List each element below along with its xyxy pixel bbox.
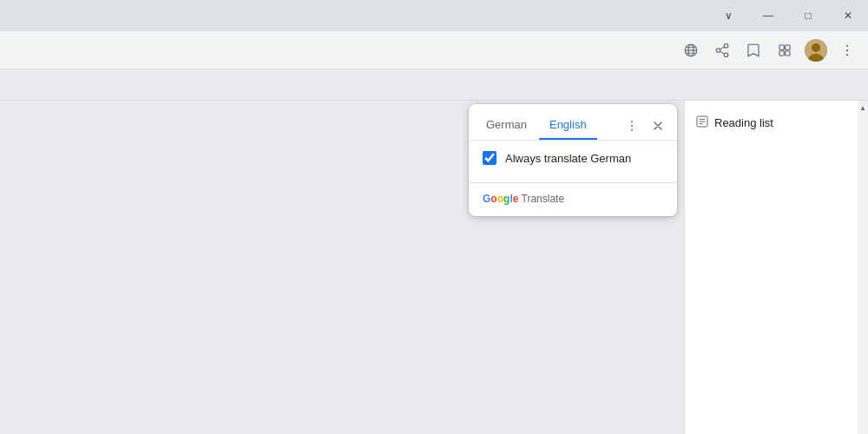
google-translate-link[interactable]: Google Translate: [483, 193, 564, 205]
svg-point-14: [846, 54, 848, 56]
close-icon: [651, 119, 665, 133]
close-icon: ✕: [844, 10, 852, 22]
always-translate-checkbox[interactable]: [483, 151, 496, 165]
maximize-icon: □: [805, 10, 811, 22]
scrollbar-up-button[interactable]: ▲: [858, 101, 868, 115]
always-translate-row: Always translate German: [483, 151, 663, 165]
translate-icon: [683, 43, 699, 58]
translate-more-button[interactable]: [620, 114, 644, 138]
titlebar: ∨ — □ ✕: [0, 0, 868, 31]
extensions-button[interactable]: [771, 36, 799, 64]
svg-rect-6: [786, 45, 790, 49]
svg-point-10: [812, 43, 820, 52]
svg-rect-7: [779, 50, 784, 55]
browser-toolbar: [0, 31, 868, 69]
titlebar-controls: ∨ — □ ✕: [708, 0, 868, 31]
more-vert-icon: [625, 119, 639, 133]
google-o2: o: [497, 193, 503, 205]
reading-list-panel: Reading list: [684, 101, 858, 434]
google-translate-text: Translate: [518, 193, 564, 205]
share-button[interactable]: [708, 36, 736, 64]
svg-point-12: [846, 44, 848, 46]
bookmark-icon: [746, 43, 761, 58]
reading-list-icon: [695, 115, 709, 131]
titlebar-chevron-btn[interactable]: ∨: [708, 0, 748, 31]
avatar: [805, 39, 827, 62]
german-tab[interactable]: German: [476, 111, 537, 140]
main-content: German English Always translate Ge: [0, 101, 868, 434]
svg-rect-5: [779, 45, 784, 49]
scrollbar-track: ▲: [858, 101, 868, 434]
nav-area: [0, 69, 868, 101]
svg-point-16: [631, 125, 633, 127]
svg-point-13: [846, 49, 848, 50]
reading-list-header: Reading list: [695, 108, 847, 138]
svg-rect-8: [786, 50, 790, 55]
translate-body: Always translate German: [469, 141, 677, 182]
svg-point-17: [631, 128, 633, 130]
translate-header: German English: [469, 104, 677, 140]
share-icon: [714, 43, 730, 58]
titlebar-maximize-btn[interactable]: □: [788, 0, 828, 31]
google-o1: o: [490, 193, 496, 205]
more-vert-icon: [839, 43, 855, 58]
extensions-icon: [777, 43, 792, 58]
reading-list-title: Reading list: [714, 116, 773, 129]
translate-page-button[interactable]: [677, 36, 705, 64]
minimize-icon: —: [763, 10, 773, 22]
translate-popup: German English Always translate Ge: [469, 104, 677, 216]
translate-footer: Google Translate: [469, 182, 677, 209]
menu-button[interactable]: [833, 36, 861, 64]
titlebar-close-btn[interactable]: ✕: [828, 0, 868, 31]
bookmark-button[interactable]: [740, 36, 767, 64]
english-tab[interactable]: English: [539, 111, 597, 140]
svg-point-15: [631, 121, 633, 122]
always-translate-label: Always translate German: [505, 152, 631, 165]
google-g: G: [483, 193, 490, 205]
chevron-icon: ∨: [725, 10, 733, 22]
titlebar-minimize-btn[interactable]: —: [748, 0, 788, 31]
translate-close-button[interactable]: [646, 114, 670, 138]
profile-button[interactable]: [802, 36, 830, 64]
